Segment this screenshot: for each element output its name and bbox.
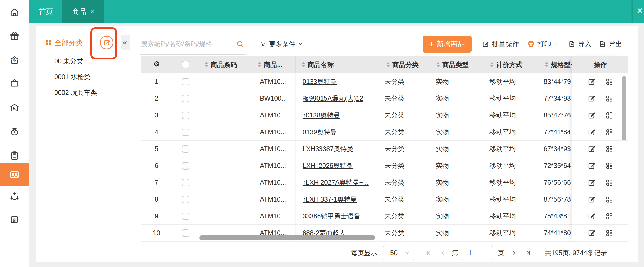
sort-icon[interactable] bbox=[490, 62, 494, 67]
category-item[interactable]: 0001 水枪类 bbox=[36, 69, 130, 85]
batch-operations-button[interactable]: 批量操作 bbox=[482, 33, 519, 55]
cell-name: ↑0138奥特曼 bbox=[296, 107, 380, 124]
cell-category: 未分类 bbox=[380, 107, 430, 124]
product-name-link[interactable]: 0133奥特曼 bbox=[303, 77, 337, 86]
grid-actions-icon[interactable] bbox=[606, 196, 613, 203]
edit-row-icon[interactable] bbox=[588, 145, 596, 153]
header-code[interactable]: 商品... bbox=[252, 56, 296, 73]
sidebar-item-gift[interactable] bbox=[0, 27, 29, 46]
sidebar-item-finance[interactable]: ¥ bbox=[0, 122, 29, 141]
vertical-scrollbar[interactable] bbox=[622, 76, 626, 140]
first-page-button[interactable] bbox=[426, 250, 432, 256]
sort-icon[interactable] bbox=[436, 62, 440, 67]
row-checkbox[interactable] bbox=[182, 196, 189, 203]
sidebar-item-home[interactable] bbox=[0, 3, 29, 22]
sidebar-item-warehouse[interactable] bbox=[0, 98, 29, 117]
sidebar-item-share[interactable] bbox=[0, 187, 29, 206]
edit-row-icon[interactable] bbox=[588, 162, 596, 170]
row-checkbox[interactable] bbox=[182, 78, 189, 85]
edit-category-button[interactable] bbox=[100, 36, 113, 49]
clipboard-icon bbox=[9, 151, 19, 161]
row-checkbox[interactable] bbox=[182, 129, 189, 136]
grid-actions-icon[interactable] bbox=[606, 78, 613, 85]
product-name-link[interactable]: 33386铠甲勇士语音 bbox=[303, 212, 360, 220]
row-checkbox[interactable] bbox=[182, 112, 189, 119]
export-button[interactable]: 导出 bbox=[599, 33, 622, 55]
product-name-link[interactable]: LXH↑2026奥特曼 bbox=[303, 161, 353, 170]
sidebar-item-reports[interactable] bbox=[0, 146, 29, 165]
more-filters-button[interactable]: 更多条件 bbox=[260, 33, 303, 55]
product-name-link[interactable]: ↑LXH 337-1奥特曼 bbox=[303, 195, 357, 204]
product-name-link[interactable]: LXH33387奥特曼 bbox=[303, 145, 353, 153]
import-label: 导入 bbox=[578, 39, 592, 49]
product-name-link[interactable]: 0139奥特曼 bbox=[303, 128, 337, 136]
grid-actions-icon[interactable] bbox=[606, 145, 613, 153]
row-checkbox[interactable] bbox=[182, 213, 189, 220]
horizontal-scrollbar[interactable] bbox=[199, 235, 375, 240]
grid-actions-icon[interactable] bbox=[606, 179, 613, 186]
checkbox-cell bbox=[172, 157, 199, 174]
per-page-select[interactable]: 50 bbox=[383, 245, 414, 260]
row-checkbox[interactable] bbox=[182, 162, 189, 170]
edit-row-icon[interactable] bbox=[588, 196, 596, 203]
topbar-seam bbox=[631, 0, 633, 23]
tab-close-icon[interactable]: × bbox=[90, 8, 94, 15]
edit-row-icon[interactable] bbox=[588, 179, 596, 187]
search-icon[interactable] bbox=[236, 40, 245, 48]
header-category[interactable]: 商品分类 bbox=[380, 56, 430, 73]
column-settings-button[interactable] bbox=[141, 56, 172, 73]
import-button[interactable]: 导入 bbox=[568, 33, 592, 55]
header-pricing[interactable]: 计价方式 bbox=[484, 56, 538, 73]
edit-row-icon[interactable] bbox=[588, 78, 596, 86]
search-input[interactable] bbox=[140, 33, 246, 54]
sort-icon[interactable] bbox=[258, 62, 261, 67]
search-field-wrap bbox=[140, 33, 246, 55]
window-close-icon[interactable]: × bbox=[637, 5, 643, 16]
product-name-link[interactable]: 板99015A爆丸(大)12 bbox=[303, 94, 363, 103]
grid-actions-icon[interactable] bbox=[606, 95, 613, 102]
edit-row-icon[interactable] bbox=[588, 95, 596, 102]
header-barcode[interactable]: 商品条码 bbox=[199, 56, 252, 73]
row-checkbox[interactable] bbox=[182, 145, 189, 153]
header-type[interactable]: 商品类型 bbox=[430, 56, 484, 73]
product-name-link[interactable]: ↑LXH 2027A奥特曼+... bbox=[303, 178, 369, 187]
category-item[interactable]: 0002 玩具车类 bbox=[36, 85, 130, 100]
sort-icon[interactable] bbox=[205, 62, 208, 67]
tab-home[interactable]: 首页 bbox=[30, 0, 62, 23]
sidebar-item-purchase[interactable] bbox=[0, 74, 29, 93]
product-name-link[interactable]: ↑0138奥特曼 bbox=[303, 111, 340, 120]
row-checkbox[interactable] bbox=[182, 179, 189, 186]
sort-icon[interactable] bbox=[545, 62, 548, 67]
grid-actions-icon[interactable] bbox=[606, 229, 613, 237]
edit-row-icon[interactable] bbox=[588, 128, 596, 136]
grid-actions-icon[interactable] bbox=[606, 162, 613, 170]
row-checkbox[interactable] bbox=[182, 229, 189, 237]
grid-actions-icon[interactable] bbox=[606, 112, 613, 119]
page-number-input[interactable] bbox=[462, 245, 493, 260]
collapse-panel-button[interactable]: « bbox=[121, 35, 130, 50]
grid-actions-icon[interactable] bbox=[606, 213, 613, 220]
sidebar-item-products-active[interactable] bbox=[0, 163, 29, 186]
tab-products[interactable]: 商品 × bbox=[62, 0, 104, 23]
edit-row-icon[interactable] bbox=[588, 111, 596, 119]
category-root[interactable]: 全部分类 bbox=[46, 36, 83, 50]
category-item[interactable]: 00 未分类 bbox=[36, 53, 130, 69]
cell-barcode bbox=[199, 208, 252, 224]
operations-cell bbox=[572, 225, 628, 242]
edit-row-icon[interactable] bbox=[588, 229, 596, 237]
print-button[interactable]: 打印 bbox=[527, 33, 558, 55]
select-all-checkbox[interactable] bbox=[182, 61, 189, 68]
add-product-button[interactable]: + 新增商品 bbox=[423, 36, 472, 53]
header-name[interactable]: 商品名称 bbox=[296, 56, 380, 73]
edit-row-icon[interactable] bbox=[588, 212, 596, 220]
row-checkbox[interactable] bbox=[182, 95, 189, 102]
grid-actions-icon[interactable] bbox=[606, 129, 613, 136]
sort-icon[interactable] bbox=[301, 62, 305, 67]
last-page-button[interactable] bbox=[525, 250, 531, 256]
sidebar-item-sales[interactable]: $ bbox=[0, 51, 29, 70]
sort-icon[interactable] bbox=[386, 62, 390, 67]
next-page-button[interactable] bbox=[511, 250, 517, 256]
sidebar-item-new[interactable]: 新 bbox=[0, 210, 29, 229]
header-pricing-label: 计价方式 bbox=[496, 60, 522, 69]
prev-page-button[interactable] bbox=[440, 250, 446, 256]
